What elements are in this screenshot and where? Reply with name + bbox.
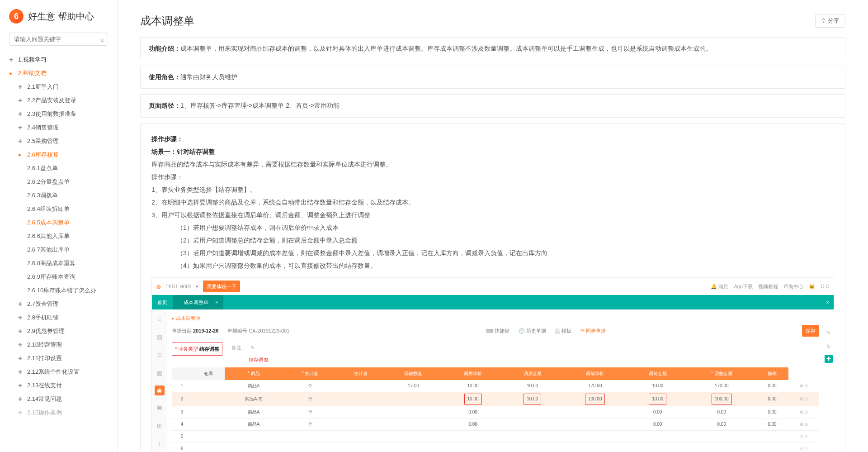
- col-header: 调后金额: [503, 367, 562, 380]
- table-cell: [628, 430, 688, 442]
- brand-logo: 6: [9, 9, 24, 24]
- role-text: 通常由财务人员维护: [180, 73, 237, 81]
- row-actions: ⊕ ⊖: [788, 442, 819, 452]
- table-cell: 100.00: [687, 392, 756, 406]
- title-row: 成本调整单 ⇪ 分享: [140, 14, 845, 28]
- nav-l2[interactable]: ✚2.15操作案例: [0, 406, 117, 419]
- table-cell: [687, 442, 756, 452]
- row-actions: ⊕ ⊖: [788, 406, 819, 418]
- message-icon: 🔔 消息: [711, 281, 728, 291]
- table-cell: 10.00: [503, 392, 562, 406]
- nav-l3[interactable]: 2.6.4组装拆卸单: [0, 202, 117, 216]
- nav-label: 2.6库存核算: [27, 151, 59, 158]
- nav-l2[interactable]: ✚2.12系统个性化设置: [0, 365, 117, 379]
- step-3d: （4）如果用户只调整部分数量的成本，可以直接修改带出的结存数量。: [151, 259, 834, 272]
- col-header: 调后单价: [443, 367, 503, 380]
- table-cell: [384, 392, 443, 406]
- brand: 6 好生意 帮助中心: [0, 9, 117, 33]
- nav-label: 2.12系统个性化设置: [27, 368, 80, 375]
- date-value: 2019-12-26: [193, 328, 218, 333]
- table-cell: 0.00: [756, 392, 788, 406]
- table-cell: [192, 406, 225, 418]
- brand-text: 好生意 帮助中心: [28, 10, 94, 23]
- nav-l2[interactable]: ✚2.7资金管理: [0, 297, 117, 311]
- nav-label: 2.6.10库存账本错了怎么办: [27, 287, 96, 294]
- minus-icon: ●: [9, 71, 15, 76]
- col-header: * 商品: [225, 367, 283, 380]
- doc-value: CA-20191229-001: [249, 328, 289, 333]
- table-cell: [756, 442, 788, 452]
- date-label: 单据日期: [172, 328, 192, 333]
- nav-label: 2.15操作案例: [27, 409, 62, 416]
- nav-video[interactable]: ✚1.视频学习: [0, 53, 117, 67]
- nav-l2[interactable]: ✚2.13在线支付: [0, 379, 117, 392]
- search-icon[interactable]: ⌕: [101, 36, 104, 43]
- nav-l3[interactable]: 2.6.1盘点单: [0, 162, 117, 175]
- table-cell: 0.00: [756, 406, 788, 418]
- table-cell: [503, 406, 562, 418]
- nav-l3[interactable]: 2.6.8商品成本重算: [0, 257, 117, 270]
- app-content: ▸ 成本调整单 单据日期 2019-12-26 单据编号 CA-20191229…: [167, 309, 824, 452]
- table-cell: [503, 430, 562, 442]
- col-header: * 调整金额: [687, 367, 756, 380]
- dropdown-icon: ▾: [196, 281, 198, 291]
- nav-l2[interactable]: ✚2.4销售管理: [0, 121, 117, 134]
- table-cell: [443, 442, 503, 452]
- active-module-icon: ◉: [155, 385, 165, 395]
- nav-l2[interactable]: ✚2.1新手入门: [0, 80, 117, 94]
- plus-icon: ✚: [18, 138, 24, 144]
- table-cell: [283, 442, 338, 452]
- nav-l2[interactable]: ✚2.11打印设置: [0, 352, 117, 365]
- nav-label: 2.5采购管理: [27, 138, 59, 144]
- nav-l3[interactable]: 2.6.2分量盘点单: [0, 175, 117, 189]
- table-cell: 个: [283, 418, 338, 430]
- nav-l2[interactable]: ✚2.5采购管理: [0, 134, 117, 148]
- article-body: 操作步骤： 场景一：针对结存调整 库存商品的结存成本与实际成本有差异，需要根据结…: [140, 123, 845, 452]
- annotation-balance-adjust: 结存调整: [249, 355, 819, 365]
- avatar-icon: 🐱: [809, 281, 815, 291]
- nav-docs[interactable]: ●2.帮助文档: [0, 67, 117, 80]
- row-number: 5: [172, 430, 192, 442]
- table-cell: [443, 430, 503, 442]
- table-cell: 100.00: [562, 392, 628, 406]
- table-cell: 0.00: [628, 406, 688, 418]
- plus-icon: ✚: [18, 84, 24, 90]
- nav-l2[interactable]: ✚2.3使用前数据准备: [0, 107, 117, 121]
- table-cell: 0.00: [628, 418, 688, 430]
- nav-l2[interactable]: ✚2.2产品安装及登录: [0, 94, 117, 107]
- share-button[interactable]: ⇪ 分享: [815, 14, 845, 28]
- table-cell: [503, 418, 562, 430]
- nav-l3[interactable]: 2.6.3调拨单: [0, 189, 117, 202]
- nav-l2[interactable]: ✚2.9优惠券管理: [0, 324, 117, 338]
- table-cell: 2: [172, 392, 192, 406]
- plus-icon: ✚: [18, 328, 24, 334]
- table-cell: [384, 418, 443, 430]
- table-cell: 170.00: [562, 380, 628, 392]
- minus-icon: ●: [18, 152, 24, 157]
- nav-label: 2.6.1盘点单: [27, 165, 58, 171]
- nav-l2-inventory[interactable]: ●2.6库存核算: [0, 148, 117, 162]
- table-cell: 0.00: [687, 418, 756, 430]
- nav-label: 2.11打印设置: [27, 355, 62, 362]
- table-row: 1商品A个17.0010.0010.00170.0010.00170.000.0…: [172, 380, 819, 392]
- search-input[interactable]: [9, 33, 108, 46]
- nav-l2[interactable]: ✚2.14常见问题: [0, 392, 117, 406]
- table-cell: [756, 430, 788, 442]
- nav-label: 2.6.3调拨单: [27, 192, 58, 199]
- nav-l3[interactable]: 2.6.6其他入库单: [0, 229, 117, 243]
- nav-l3[interactable]: 2.6.7其他出库单: [0, 243, 117, 257]
- nav-label: 2.1新手入门: [27, 83, 59, 90]
- col-header: 调前金额: [628, 367, 688, 380]
- nav-l3[interactable]: 2.6.9库存账本查询: [0, 270, 117, 284]
- row-actions: ⊕ ⊖: [788, 430, 819, 442]
- nav-l2[interactable]: ✚2.8手机旺铺: [0, 311, 117, 324]
- app-screenshot: ◎ TEST-H002 ▾ 我要体验一下 🔔 消息 App下载 视频教程 帮助中…: [151, 277, 834, 452]
- table-cell: [338, 380, 384, 392]
- save-button: 保存: [802, 325, 819, 337]
- nav-l3[interactable]: 2.6.10库存账本错了怎么办: [0, 284, 117, 297]
- template-label: 模板: [561, 328, 571, 333]
- table-cell: [283, 430, 338, 442]
- nav-l2[interactable]: ✚2.10经营管理: [0, 338, 117, 352]
- table-cell: 商品A: [225, 418, 283, 430]
- nav-l3-cost-adjust[interactable]: 2.6.5成本调整单: [0, 216, 117, 229]
